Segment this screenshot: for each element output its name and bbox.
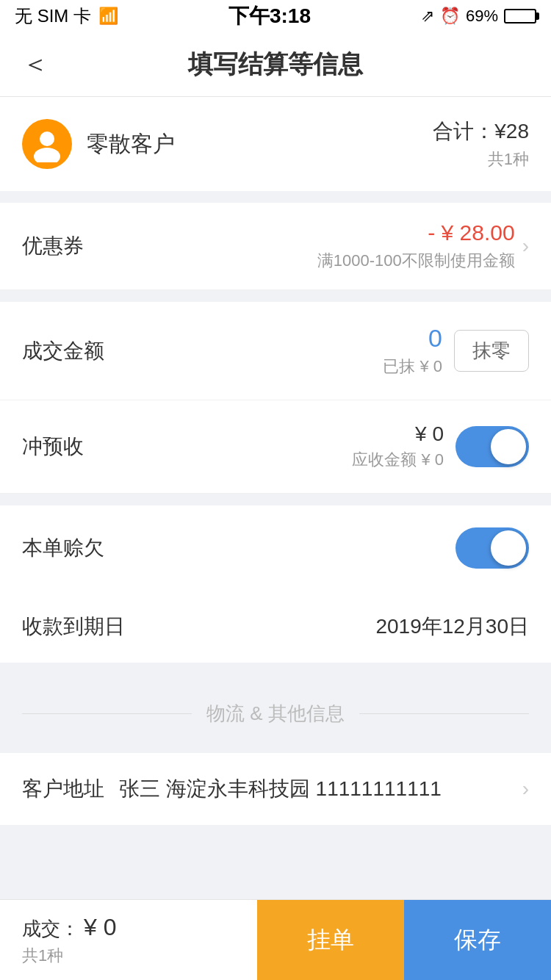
coupon-section: 优惠券 - ¥ 28.00 满1000-100不限制使用金额 › <box>0 203 551 290</box>
address-chevron-icon: › <box>522 777 529 801</box>
coupon-discount: - ¥ 28.00 <box>317 220 515 245</box>
space-after-logistics <box>0 741 551 753</box>
logistics-label: 物流 & 其他信息 <box>206 701 345 727</box>
save-button[interactable]: 保存 <box>404 900 551 981</box>
advance-row: 冲预收 ¥ 0 应收金额 ¥ 0 <box>0 400 551 494</box>
debt-toggle-knob <box>491 530 526 566</box>
status-time: 下午3:18 <box>228 2 311 30</box>
bottom-info: 成交： ¥ 0 共1种 <box>0 914 257 967</box>
carrier-text: 无 SIM 卡 <box>15 4 91 28</box>
coupon-chevron-icon: › <box>522 234 529 258</box>
debt-label: 本单赊欠 <box>22 534 104 562</box>
page-title: 填写结算等信息 <box>188 48 363 82</box>
coupon-row[interactable]: 优惠券 - ¥ 28.00 满1000-100不限制使用金额 › <box>0 203 551 290</box>
space-before-logistics <box>0 674 551 686</box>
address-row[interactable]: 客户地址 张三 海淀永丰科技园 11111111111 › <box>0 753 551 825</box>
customer-total: 合计：¥28 共1种 <box>433 118 529 170</box>
alarm-icon: ⏰ <box>440 7 460 26</box>
customer-name: 零散客户 <box>87 129 175 159</box>
address-section: 客户地址 张三 海淀永丰科技园 11111111111 › <box>0 753 551 825</box>
transaction-amount-col: 0 已抹 ¥ 0 <box>383 324 442 378</box>
total-count: 共1种 <box>433 148 529 170</box>
total-amount: 合计：¥28 <box>433 118 529 145</box>
coupon-desc: 满1000-100不限制使用金额 <box>317 250 515 272</box>
advance-toggle[interactable] <box>455 426 529 467</box>
advance-sub: 应收金额 ¥ 0 <box>352 449 444 471</box>
coupon-info: - ¥ 28.00 满1000-100不限制使用金额 <box>317 220 515 272</box>
transaction-label: 成交金额 <box>22 337 104 365</box>
due-date-label: 收款到期日 <box>22 613 125 641</box>
bottom-count: 共1种 <box>22 945 235 967</box>
coupon-label: 优惠券 <box>22 232 84 260</box>
battery-icon <box>504 9 536 24</box>
due-date-row: 收款到期日 2019年12月30日 <box>0 591 551 663</box>
bottom-amount: ¥ 0 <box>84 914 116 941</box>
bottom-trans-label: 成交： <box>22 916 79 942</box>
location-icon: ⇗ <box>421 7 434 26</box>
transaction-row: 成交金额 0 已抹 ¥ 0 抹零 <box>0 302 551 400</box>
transaction-section: 成交金额 0 已抹 ¥ 0 抹零 冲预收 ¥ 0 应收金额 ¥ 0 <box>0 302 551 494</box>
wifi-icon: 📶 <box>98 7 118 26</box>
status-right: ⇗ ⏰ 69% <box>421 7 536 26</box>
avatar <box>22 119 72 169</box>
advance-right: ¥ 0 应收金额 ¥ 0 <box>352 422 529 471</box>
nav-bar: ＜ 填写结算等信息 <box>0 32 551 97</box>
debt-row: 本单赊欠 <box>0 505 551 591</box>
status-left: 无 SIM 卡 📶 <box>15 4 118 28</box>
transaction-sub: 已抹 ¥ 0 <box>383 356 442 378</box>
customer-row: 零散客户 合计：¥28 共1种 <box>0 97 551 191</box>
advance-amount-col: ¥ 0 应收金额 ¥ 0 <box>352 422 444 471</box>
address-value: 张三 海淀永丰科技园 11111111111 <box>119 775 522 803</box>
round-off-button[interactable]: 抹零 <box>454 330 529 372</box>
svg-point-0 <box>40 131 54 146</box>
transaction-right: 0 已抹 ¥ 0 抹零 <box>383 324 529 378</box>
advance-label: 冲预收 <box>22 433 84 461</box>
back-button[interactable]: ＜ <box>22 46 48 82</box>
address-label: 客户地址 <box>22 775 104 803</box>
customer-info: 零散客户 <box>22 119 175 169</box>
status-bar: 无 SIM 卡 📶 下午3:18 ⇗ ⏰ 69% <box>0 0 551 32</box>
toggle-knob <box>491 429 526 464</box>
advance-amount: ¥ 0 <box>352 422 444 446</box>
content: 零散客户 合计：¥28 共1种 优惠券 - ¥ 28.00 满1000-100不… <box>0 97 551 925</box>
battery-percentage: 69% <box>466 7 498 26</box>
transaction-value: 0 <box>383 324 442 353</box>
hang-button[interactable]: 挂单 <box>257 900 404 981</box>
debt-section: 本单赊欠 收款到期日 2019年12月30日 <box>0 505 551 663</box>
due-date-value: 2019年12月30日 <box>375 613 529 641</box>
logistics-divider: 物流 & 其他信息 <box>0 686 551 741</box>
svg-point-1 <box>34 148 60 162</box>
bottom-bar: 成交： ¥ 0 共1种 挂单 保存 <box>0 899 551 980</box>
debt-toggle[interactable] <box>455 527 529 569</box>
